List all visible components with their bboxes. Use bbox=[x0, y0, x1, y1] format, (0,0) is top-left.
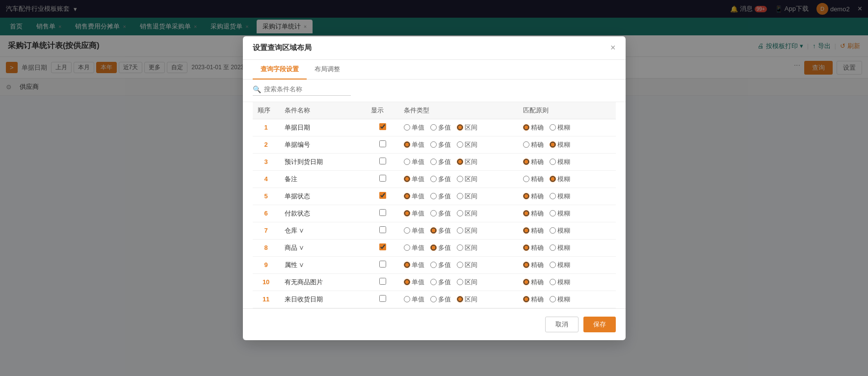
search-icon: 🔍 bbox=[253, 85, 261, 93]
tab-layout-adjust[interactable]: 布局调整 bbox=[307, 60, 348, 80]
search-input[interactable] bbox=[264, 85, 351, 93]
modal-title: 设置查询区域布局 bbox=[253, 43, 312, 53]
modal-close-button[interactable]: × bbox=[610, 43, 616, 52]
modal-overlay: 设置查询区域布局 × 查询字段设置 布局调整 🔍 顺序 bbox=[0, 0, 868, 96]
settings-modal: 设置查询区域布局 × 查询字段设置 布局调整 🔍 顺序 bbox=[243, 36, 626, 96]
tab-query-fields[interactable]: 查询字段设置 bbox=[253, 60, 307, 80]
modal-search-area: 🔍 bbox=[243, 80, 626, 96]
modal-header: 设置查询区域布局 × bbox=[243, 36, 626, 60]
modal-tabs: 查询字段设置 布局调整 bbox=[243, 60, 626, 80]
search-box: 🔍 bbox=[253, 85, 351, 96]
